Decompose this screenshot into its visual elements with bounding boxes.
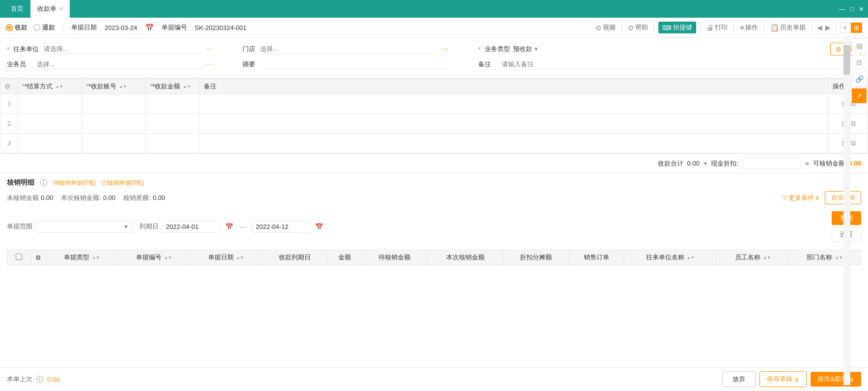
- minimize-icon[interactable]: —: [839, 5, 845, 13]
- print-btn[interactable]: 🖨 打印: [705, 22, 730, 33]
- bottom-gear-icon[interactable]: ⚙: [35, 254, 41, 261]
- sort-amount-icon[interactable]: ▲▼: [183, 84, 191, 89]
- memo-input[interactable]: [500, 59, 861, 69]
- auto-reconcile-button[interactable]: 自动核销: [825, 191, 861, 204]
- ops-btn[interactable]: ≡ 操作: [738, 22, 760, 33]
- calendar-from-icon[interactable]: 📅: [225, 223, 233, 230]
- row-1-account[interactable]: [82, 94, 146, 114]
- row-1-settlement[interactable]: [18, 94, 82, 114]
- help-icon: ⊙: [628, 24, 634, 31]
- date-calendar-icon[interactable]: 📅: [145, 24, 154, 31]
- select-all-checkbox[interactable]: [16, 253, 22, 260]
- row-3-copy-icon[interactable]: ⧉: [851, 139, 856, 147]
- toolbar-actions: ⊙ 视频 ⊙ 帮助 ⌨ 快捷键 🖨 打印 ≡ 操作: [594, 22, 862, 33]
- view-list-btn[interactable]: ≡: [840, 23, 850, 33]
- salesperson-input[interactable]: [35, 59, 202, 69]
- counterpart-input[interactable]: [42, 44, 202, 54]
- row-3-settlement[interactable]: [18, 134, 82, 153]
- sort-dept-icon[interactable]: ▲▼: [835, 255, 843, 260]
- sort-date-icon[interactable]: ▲▼: [236, 255, 244, 260]
- nav-next-icon[interactable]: ▶: [824, 24, 832, 31]
- row-2-settlement[interactable]: [18, 114, 82, 134]
- range-chevron-icon: ▼: [123, 223, 129, 230]
- radio-shoukuan[interactable]: 收款: [6, 23, 27, 32]
- pending-tab-link[interactable]: 待核销单据(0笔): [53, 179, 96, 187]
- close-icon[interactable]: ✕: [859, 5, 864, 13]
- abandon-button[interactable]: 放弃: [722, 371, 756, 387]
- salesperson-label: 业务员: [7, 60, 26, 69]
- history-btn[interactable]: 📋 历史单据: [768, 22, 808, 33]
- save-draft-button[interactable]: 保存草稿 ∧: [760, 371, 807, 387]
- abstract-input[interactable]: [264, 59, 449, 69]
- video-label: 视频: [603, 23, 616, 32]
- maximize-icon[interactable]: □: [850, 5, 854, 13]
- more-conditions-btn[interactable]: ▽ 更多条件 ∧: [783, 194, 820, 202]
- side-btn-link[interactable]: 🔗: [852, 72, 867, 86]
- available-label: 可核销金额: [813, 159, 845, 168]
- date-from-input[interactable]: [162, 221, 220, 233]
- table-row: 1 🗑 ⧉: [0, 94, 868, 114]
- sort-account-icon[interactable]: ▲▼: [119, 84, 127, 89]
- shop-input[interactable]: [258, 44, 437, 54]
- row-3-account[interactable]: [82, 134, 146, 153]
- sort-employee-icon[interactable]: ▲▼: [763, 255, 771, 260]
- discount-label: 现金折扣:: [711, 159, 738, 168]
- total-label: 收款合计: [658, 159, 683, 168]
- help-btn[interactable]: ⊙ 帮助: [626, 22, 650, 33]
- calendar-to-icon[interactable]: 📅: [315, 223, 323, 230]
- biz-type-chevron-icon: ▼: [533, 46, 539, 53]
- biz-type-select[interactable]: 预收款 ▼: [513, 45, 539, 54]
- side-btn-list[interactable]: ⊟: [852, 55, 867, 70]
- date-to-input[interactable]: [251, 221, 310, 233]
- row-1-memo[interactable]: [200, 94, 829, 114]
- counterpart-more-icon[interactable]: ···: [207, 45, 213, 54]
- tab-active-label: 收款单: [37, 4, 56, 13]
- range-filter: 单据范围 ▼: [7, 221, 134, 233]
- bottom-col-date: 单据日期 ▲▼: [190, 250, 262, 265]
- sort-counterpart-icon[interactable]: ▲▼: [687, 255, 695, 260]
- table-gear-icon[interactable]: ⚙: [4, 83, 11, 90]
- scroll-thumb[interactable]: [843, 45, 850, 75]
- footer: 本单上次 i 0.00 放弃 保存草稿 ∧ 保存&新增 ∧: [0, 367, 868, 391]
- sort-settlement-icon[interactable]: ▲▼: [55, 84, 63, 89]
- video-btn[interactable]: ⊙ 视频: [594, 22, 618, 33]
- shop-more-icon[interactable]: ···: [442, 45, 449, 54]
- tab-bar: 首页 收款单 × — □ ✕: [0, 0, 868, 18]
- sort-type-icon[interactable]: ▲▼: [92, 255, 100, 260]
- shortcut-label: 快捷键: [673, 23, 692, 32]
- side-btn-expand[interactable]: ↗: [852, 88, 867, 103]
- nav-prev-icon[interactable]: ◀: [816, 24, 823, 31]
- radio-tuikuan[interactable]: 退款: [33, 23, 55, 32]
- row-2-amount[interactable]: [146, 114, 200, 134]
- range-select[interactable]: ▼: [35, 221, 134, 233]
- save-new-button[interactable]: 保存&新增 ∧: [811, 372, 861, 387]
- memo-field: 备注: [478, 59, 861, 69]
- view-grid-btn[interactable]: ⊞: [851, 23, 862, 33]
- reconcile-info-icon[interactable]: i: [40, 179, 47, 186]
- tab-active[interactable]: 收款单 ×: [30, 0, 70, 18]
- col-account-header: **收款账号 ▲▼: [82, 79, 146, 94]
- discount-input[interactable]: [742, 158, 801, 169]
- table-row: 2 🗑 ⧉: [0, 114, 868, 134]
- number-label: 单据编号: [162, 23, 187, 32]
- tab-close-icon[interactable]: ×: [59, 6, 63, 12]
- history-icon: 📋: [770, 24, 779, 31]
- history-label: 历史单据: [780, 23, 806, 32]
- bottom-col-gear[interactable]: ⚙: [31, 250, 46, 265]
- table-settings-header[interactable]: ⚙: [0, 79, 18, 94]
- row-2-account[interactable]: [82, 114, 146, 134]
- tab-home[interactable]: 首页: [4, 0, 30, 18]
- row-1-amount[interactable]: [146, 94, 200, 114]
- shortcut-btn[interactable]: ⌨ 快捷键: [658, 22, 696, 33]
- done-tab-link[interactable]: 已核销单据(0笔): [102, 179, 144, 187]
- row-2-copy-icon[interactable]: ⧉: [851, 119, 856, 128]
- sort-number-icon[interactable]: ▲▼: [164, 255, 172, 260]
- side-btn-table[interactable]: ▤: [852, 38, 867, 53]
- row-3-amount[interactable]: [146, 134, 200, 153]
- salesperson-more-icon[interactable]: ···: [207, 60, 213, 69]
- scrollbar[interactable]: [843, 35, 850, 385]
- footer-info-icon[interactable]: i: [36, 376, 43, 383]
- row-2-memo[interactable]: [200, 114, 829, 134]
- video-icon: ⊙: [596, 24, 601, 31]
- row-3-memo[interactable]: [200, 134, 829, 153]
